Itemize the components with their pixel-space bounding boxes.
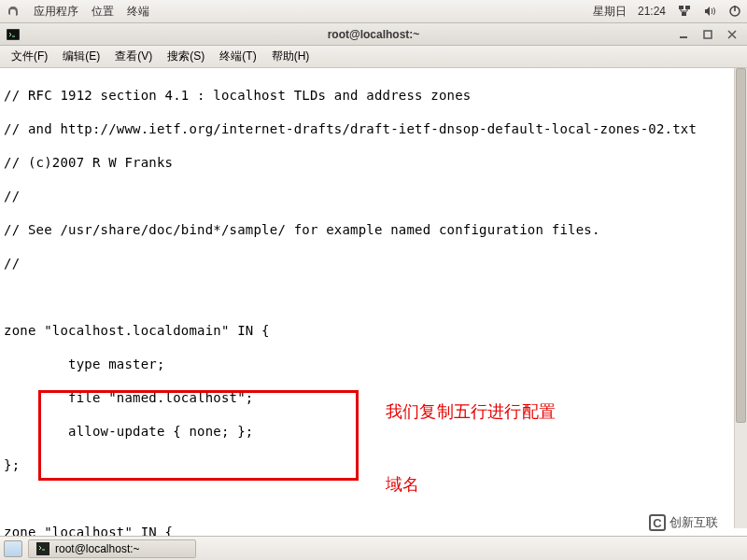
svg-rect-9 xyxy=(36,542,49,555)
menu-applications[interactable]: 应用程序 xyxy=(34,4,78,20)
terminal-line: // xyxy=(4,189,20,203)
menu-edit[interactable]: 编辑(E) xyxy=(57,47,106,66)
taskbar-task[interactable]: root@localhost:~ xyxy=(28,539,196,558)
svg-rect-0 xyxy=(679,6,684,9)
annotation-line: 我们复制五行进行配置 xyxy=(386,399,624,424)
terminal-line: file "named.localhost"; xyxy=(4,390,254,405)
terminal-scrollbar[interactable] xyxy=(734,68,747,528)
svg-rect-1 xyxy=(685,6,690,9)
panel-time[interactable]: 21:24 xyxy=(638,5,666,18)
network-icon[interactable] xyxy=(677,5,691,19)
gnome-top-panel: 应用程序 位置 终端 星期日 21:24 xyxy=(0,0,747,23)
svg-rect-7 xyxy=(680,36,687,38)
window-title: root@localhost:~ xyxy=(328,28,420,41)
svg-rect-8 xyxy=(704,31,712,38)
watermark-text: 创新互联 xyxy=(669,514,718,531)
svg-rect-2 xyxy=(682,12,686,16)
svg-rect-6 xyxy=(7,30,19,39)
terminal-app-icon xyxy=(6,27,21,42)
taskbar-task-label: root@localhost:~ xyxy=(55,542,140,555)
power-icon[interactable] xyxy=(727,5,741,19)
window-minimize-button[interactable] xyxy=(678,29,689,40)
terminal-line: // xyxy=(4,256,20,271)
window-titlebar[interactable]: root@localhost:~ xyxy=(0,23,747,46)
menubar: 文件(F) 编辑(E) 查看(V) 搜索(S) 终端(T) 帮助(H) xyxy=(0,46,747,68)
annotation-line: 域名 xyxy=(386,472,624,497)
gnome-bottom-panel: root@localhost:~ xyxy=(0,536,747,560)
terminal-line: type master; xyxy=(4,357,165,371)
menu-terminal[interactable]: 终端 xyxy=(127,4,149,20)
menu-places[interactable]: 位置 xyxy=(92,4,114,20)
show-desktop-button[interactable] xyxy=(4,540,22,557)
watermark-logo-icon: C xyxy=(649,514,666,531)
menu-terminal-menu[interactable]: 终端(T) xyxy=(214,47,261,66)
panel-date[interactable]: 星期日 xyxy=(593,4,627,20)
terminal-line: // See /usr/share/doc/bind*/sample/ for … xyxy=(4,222,600,237)
terminal-line: // and http://www.ietf.org/internet-draf… xyxy=(4,121,697,136)
svg-rect-4 xyxy=(734,6,736,11)
gnome-foot-icon xyxy=(6,4,21,19)
terminal-line: // RFC 1912 section 4.1 : localhost TLDs… xyxy=(4,88,471,103)
terminal-line: // (c)2007 R W Franks xyxy=(4,155,173,170)
terminal-viewport[interactable]: // RFC 1912 section 4.1 : localhost TLDs… xyxy=(0,68,747,528)
window-maximize-button[interactable] xyxy=(702,29,713,40)
terminal-line: }; xyxy=(4,457,20,472)
menu-help[interactable]: 帮助(H) xyxy=(266,47,316,66)
terminal-line: zone "localhost.localdomain" IN { xyxy=(4,323,270,338)
menu-view[interactable]: 查看(V) xyxy=(109,47,158,66)
terminal-line: allow-update { none; }; xyxy=(4,424,254,439)
terminal-task-icon xyxy=(36,542,49,555)
menu-search[interactable]: 搜索(S) xyxy=(162,47,210,66)
annotation-text: 我们复制五行进行配置 域名 类型是从服务器 路径是主服务器的数据配置文件 主服务… xyxy=(386,351,624,560)
scrollbar-thumb[interactable] xyxy=(736,68,746,423)
menu-file[interactable]: 文件(F) xyxy=(6,47,53,66)
volume-icon[interactable] xyxy=(702,5,716,19)
watermark: C 创新互联 xyxy=(627,513,740,532)
window-close-button[interactable] xyxy=(726,29,738,40)
